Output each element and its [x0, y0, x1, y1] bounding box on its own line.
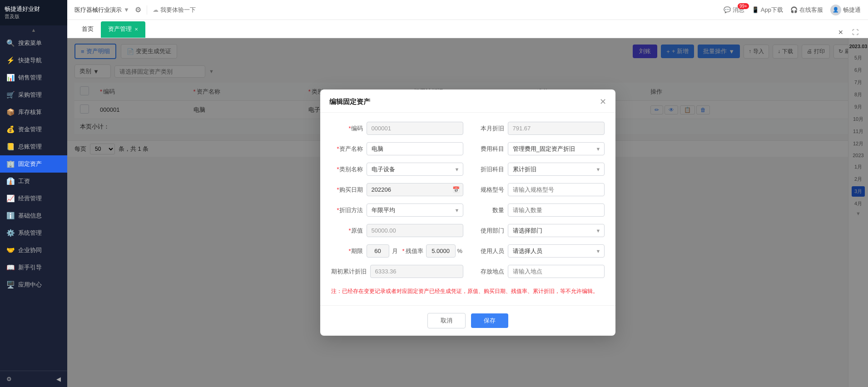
sidebar-item-label: 固定资产 — [18, 160, 42, 168]
code-field-group: *编码 — [331, 122, 463, 135]
sidebar-item-enterprise[interactable]: 🤝 企业协同 — [0, 242, 67, 259]
collapse-icon[interactable]: ◀ — [56, 376, 61, 382]
avatar: 👤 — [830, 5, 841, 15]
sidebar-header: 畅捷通好业财 普及版 — [0, 0, 67, 25]
topbar-right: 💬 消息 99+ 📱 App下载 🎧 在线客服 👤 畅捷通 — [724, 5, 861, 15]
project-settings-icon[interactable]: ⚙ — [135, 5, 141, 14]
code-input[interactable] — [367, 122, 463, 135]
department-select[interactable]: 请选择部门 — [508, 224, 605, 237]
settings-icon[interactable]: ⚙ — [6, 376, 12, 382]
sidebar-item-sales[interactable]: 📊 销售管理 — [0, 69, 67, 86]
experience-btn[interactable]: ☁ 我要体验一下 — [153, 6, 196, 14]
sidebar-item-inventory[interactable]: 📦 库存核算 — [0, 104, 67, 121]
residual-input[interactable] — [426, 244, 456, 258]
tab-close-icon[interactable]: ✕ — [134, 27, 138, 32]
sidebar-item-operations[interactable]: 📈 经营管理 — [0, 190, 67, 207]
window-close-btn[interactable]: ✕ — [835, 27, 846, 38]
user-menu[interactable]: 👤 畅捷通 — [830, 5, 861, 15]
category-select[interactable]: 电子设备 — [367, 163, 463, 176]
location-input[interactable] — [508, 265, 605, 278]
username: 畅捷通 — [843, 6, 861, 14]
original-value-input[interactable] — [367, 224, 463, 237]
edit-asset-modal: 编辑固定资产 ✕ *编码 — [320, 89, 615, 335]
messages-icon: 💬 — [724, 6, 731, 13]
sidebar-item-label: 总账管理 — [18, 143, 42, 151]
project-selector[interactable]: 医疗器械行业演示 ▼ — [74, 6, 129, 14]
sidebar-item-guide[interactable]: 📖 新手引导 — [0, 259, 67, 276]
department-select-wrapper: 请选择部门 ▼ — [508, 224, 605, 237]
sidebar-item-fixed-assets[interactable]: 🏢 固定资产 — [0, 155, 67, 173]
initial-dep-input[interactable] — [370, 265, 463, 278]
sidebar-item-app-center[interactable]: 🖥️ 应用中心 — [0, 276, 67, 293]
dep-method-label: *折旧方法 — [331, 206, 363, 214]
calendar-icon[interactable]: 📅 — [452, 186, 460, 193]
dep-subject-label: 折旧科目 — [472, 165, 504, 174]
tab-asset-management[interactable]: 资产管理 ✕ — [101, 21, 145, 38]
sidebar-item-search[interactable]: 🔍 搜索菜单 — [0, 35, 67, 52]
window-expand-btn[interactable]: ⛶ — [850, 27, 861, 38]
modal-close-btn[interactable]: ✕ — [600, 97, 606, 107]
sidebar-item-purchase[interactable]: 🛒 采购管理 — [0, 86, 67, 104]
operations-icon: 📈 — [6, 194, 15, 203]
topbar-divider — [147, 5, 147, 15]
content-area: ≡ 资产明细 📄 变更生成凭证 刘账 + + 新增 — [67, 38, 868, 387]
sidebar-item-finance[interactable]: 💰 资金管理 — [0, 121, 67, 138]
inventory-icon: 📦 — [6, 108, 15, 116]
cancel-button[interactable]: 取消 — [427, 313, 466, 328]
user-label: 使用人员 — [472, 247, 504, 255]
basic-info-icon: ℹ️ — [6, 212, 15, 220]
finance-icon: 💰 — [6, 125, 15, 134]
monthly-dep-input[interactable] — [508, 122, 605, 135]
quantity-field-group: 数量 — [472, 203, 605, 217]
location-field-group: 存放地点 — [472, 265, 605, 278]
dep-method-select[interactable]: 年限平均 — [367, 203, 463, 217]
original-value-label: *原值 — [331, 227, 363, 235]
sales-icon: 📊 — [6, 74, 15, 82]
sidebar-item-label: 采购管理 — [18, 91, 42, 99]
category-label: *类别名称 — [331, 165, 363, 174]
name-label: *资产名称 — [331, 145, 363, 153]
quantity-input[interactable] — [508, 203, 605, 217]
purchase-date-input[interactable] — [367, 183, 463, 196]
tab-home[interactable]: 首页 — [74, 21, 101, 38]
sidebar-item-quick-nav[interactable]: ⚡ 快捷导航 — [0, 52, 67, 69]
fixed-assets-icon: 🏢 — [6, 160, 15, 168]
sidebar-item-label: 工资 — [18, 177, 30, 185]
save-button[interactable]: 保存 — [471, 313, 508, 328]
sidebar-item-ledger[interactable]: 📒 总账管理 — [0, 138, 67, 155]
online-service-btn[interactable]: 🎧 在线客服 — [790, 6, 823, 14]
residual-unit: % — [457, 248, 463, 254]
sidebar-item-system[interactable]: ⚙️ 系统管理 — [0, 224, 67, 242]
spec-label: 规格型号 — [472, 186, 504, 194]
search-icon: 🔍 — [6, 39, 15, 47]
tab-bar-right: ✕ ⛶ — [835, 27, 861, 38]
user-select[interactable]: 请选择人员 — [508, 244, 605, 258]
messages-btn[interactable]: 💬 消息 99+ — [724, 6, 744, 14]
sidebar-item-label: 基础信息 — [18, 212, 42, 220]
name-field-group: *资产名称 — [331, 142, 463, 155]
online-service-label: 在线客服 — [799, 6, 823, 14]
period-input[interactable] — [367, 244, 389, 258]
expense-subject-field-group: 费用科目 管理费用_固定资产折旧 ▼ — [472, 142, 605, 155]
experience-label: 我要体验一下 — [160, 6, 196, 14]
period-row: 月 *残值率 % — [367, 244, 463, 258]
expense-subject-select-wrapper: 管理费用_固定资产折旧 ▼ — [508, 142, 605, 155]
expense-subject-select[interactable]: 管理费用_固定资产折旧 — [508, 142, 605, 155]
code-label: *编码 — [331, 124, 363, 133]
sidebar-item-basic-info[interactable]: ℹ️ 基础信息 — [0, 207, 67, 224]
tab-bar: 首页 资产管理 ✕ ✕ ⛶ — [67, 20, 868, 38]
form-note: 注：已经存在变更记录或者对应固定资产已经生成凭证，原值、购买日期、残值率、累计折… — [331, 287, 605, 296]
app-edition: 普及版 — [5, 13, 40, 20]
purchase-icon: 🛒 — [6, 91, 15, 99]
app-download-btn[interactable]: 📱 App下载 — [752, 6, 783, 14]
modal-title: 编辑固定资产 — [329, 98, 370, 106]
spec-input[interactable] — [508, 183, 605, 196]
service-icon: 🎧 — [790, 6, 798, 13]
name-input[interactable] — [367, 142, 463, 155]
sidebar-item-payroll[interactable]: 👔 工资 — [0, 173, 67, 190]
period-unit: 月 — [392, 247, 398, 255]
sidebar-item-label: 资金管理 — [18, 125, 42, 134]
modal-footer: 取消 保存 — [320, 305, 615, 336]
category-select-wrapper: 电子设备 ▼ — [367, 163, 463, 176]
dep-subject-select[interactable]: 累计折旧 — [508, 163, 605, 176]
